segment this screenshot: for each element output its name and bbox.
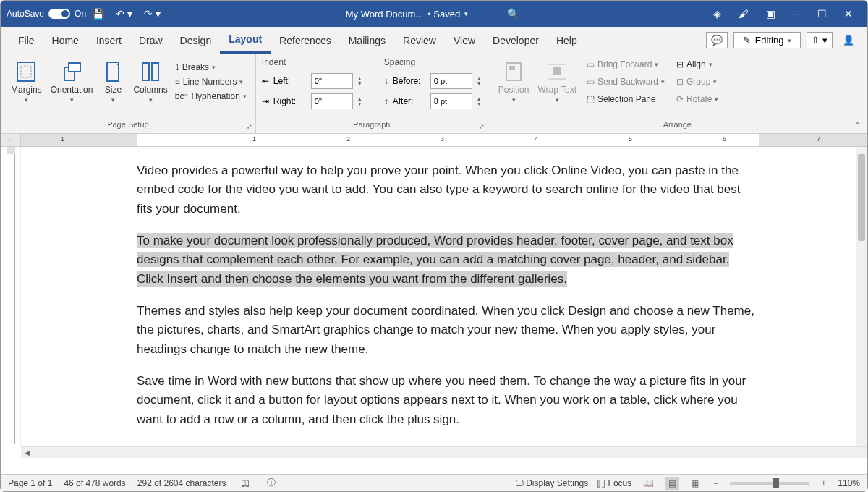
ruler-track[interactable]: 1 1 2 3 4 5 6 7: [21, 134, 867, 146]
tab-home[interactable]: Home: [43, 27, 88, 54]
app-icon[interactable]: ▣: [757, 8, 784, 20]
status-words[interactable]: 46 of 478 words: [64, 478, 125, 488]
paragraph-2-selected[interactable]: To make your document look professionall…: [137, 233, 733, 287]
orientation-icon: [60, 60, 83, 83]
tab-draw[interactable]: Draw: [130, 27, 171, 54]
svg-rect-7: [506, 63, 521, 80]
group-button[interactable]: ⊡Group ▾: [675, 75, 720, 88]
tab-design[interactable]: Design: [171, 27, 221, 54]
hyphenation-button[interactable]: bc⁻Hyphenation▾: [172, 90, 250, 103]
zoom-level[interactable]: 110%: [838, 478, 860, 488]
vertical-scrollbar[interactable]: [856, 147, 867, 446]
save-icon[interactable]: 💾: [86, 8, 110, 20]
autosave-toggle[interactable]: AutoSave On: [7, 9, 86, 19]
focus-button[interactable]: ⟦⟧ Focus: [597, 478, 631, 488]
share-button[interactable]: ⇧ ▾: [807, 32, 833, 48]
undo-icon[interactable]: ↶ ▾: [110, 8, 138, 20]
title-chevron-icon[interactable]: ▾: [464, 10, 468, 17]
svg-rect-8: [509, 66, 515, 70]
tab-developer[interactable]: Developer: [484, 27, 548, 54]
zoom-out-icon[interactable]: −: [710, 478, 721, 488]
spacing-before-input[interactable]: [430, 73, 472, 89]
spinner[interactable]: ▲▼: [477, 96, 482, 106]
read-mode-icon[interactable]: 📖: [640, 478, 657, 488]
diamond-icon[interactable]: ◈: [705, 8, 730, 20]
web-layout-icon[interactable]: ▦: [688, 478, 702, 488]
maximize-icon[interactable]: ☐: [809, 8, 835, 20]
status-accessibility-icon[interactable]: ⓘ: [264, 477, 278, 489]
spinner[interactable]: ▲▼: [477, 76, 482, 86]
doc-title: My Word Docum...: [346, 9, 423, 20]
brush-icon[interactable]: 🖌: [730, 8, 757, 20]
tab-help[interactable]: Help: [548, 27, 586, 54]
zoom-slider[interactable]: [730, 482, 809, 485]
horizontal-ruler[interactable]: ⌐ 1 1 2 3 4 5 6 7: [1, 134, 867, 147]
align-button[interactable]: ⊟Align ▾: [675, 58, 720, 71]
spacing-after-input[interactable]: [430, 93, 472, 109]
horizontal-scrollbar[interactable]: ◀ ▶: [21, 446, 868, 458]
ruler-corner[interactable]: ⌐: [1, 134, 21, 146]
account-icon[interactable]: 👤: [838, 35, 859, 46]
tab-layout[interactable]: Layout: [220, 27, 271, 54]
tab-view[interactable]: View: [445, 27, 484, 54]
paragraph-3[interactable]: Themes and styles also help keep your do…: [137, 302, 759, 359]
position-icon: [502, 60, 525, 83]
size-button[interactable]: Size▾: [97, 57, 129, 106]
bring-forward-button[interactable]: ▭Bring Forward ▾: [585, 58, 666, 71]
scroll-left-icon[interactable]: ◀: [21, 449, 33, 457]
tab-references[interactable]: References: [271, 27, 340, 54]
wrap-text-button[interactable]: Wrap Text▾: [533, 57, 581, 106]
indent-left-input[interactable]: [311, 73, 353, 89]
paragraph-launcher[interactable]: ⤢: [479, 123, 485, 130]
send-backward-icon: ▭: [587, 77, 595, 87]
redo-icon[interactable]: ↷ ▾: [138, 8, 166, 20]
minimize-icon[interactable]: ─: [784, 8, 809, 20]
indent-left-icon: ⇤: [262, 76, 269, 86]
paragraph-4[interactable]: Save time in Word with new buttons that …: [137, 372, 759, 429]
status-proofing-icon[interactable]: 🕮: [238, 478, 252, 488]
selection-pane-icon: ⬚: [587, 94, 595, 104]
spinner[interactable]: ▲▼: [357, 76, 362, 86]
editing-mode-button[interactable]: ✎ Editing ▾: [733, 32, 801, 48]
selection-pane-button[interactable]: ⬚Selection Pane: [585, 93, 666, 106]
tab-review[interactable]: Review: [394, 27, 445, 54]
columns-button[interactable]: Columns▾: [129, 57, 171, 106]
position-button[interactable]: Position▾: [494, 57, 534, 106]
indent-right-input[interactable]: [311, 93, 353, 109]
paragraph-1[interactable]: Video provides a powerful way to help yo…: [137, 161, 759, 219]
line-numbers-button[interactable]: ≡Line Numbers▾: [172, 75, 250, 88]
close-icon[interactable]: ✕: [835, 8, 861, 20]
orientation-button[interactable]: Orientation▾: [46, 57, 98, 106]
spacing-heading: Spacing: [384, 57, 482, 67]
tab-mailings[interactable]: Mailings: [340, 27, 394, 54]
arrange-label: Arrange: [494, 120, 861, 130]
page-setup-launcher[interactable]: ⤢: [247, 123, 252, 130]
margins-button[interactable]: Margins▾: [7, 57, 46, 106]
svg-rect-6: [152, 63, 158, 80]
titlebar: AutoSave On 💾 ↶ ▾ ↷ ▾ My Word Docum... •…: [1, 1, 867, 27]
rotate-button[interactable]: ⟳Rotate ▾: [675, 93, 720, 106]
tab-file[interactable]: File: [9, 27, 43, 54]
scrollbar-thumb[interactable]: [858, 154, 865, 241]
zoom-in-icon[interactable]: +: [818, 478, 829, 488]
hyphenation-icon: bc⁻: [175, 91, 189, 101]
status-page[interactable]: Page 1 of 1: [8, 478, 52, 488]
save-state: • Saved: [427, 9, 460, 20]
search-icon[interactable]: 🔍: [501, 8, 525, 20]
zoom-thumb[interactable]: [773, 478, 779, 488]
margins-icon: [14, 60, 38, 83]
toggle-switch[interactable]: [48, 9, 70, 19]
editing-label: Editing: [755, 35, 784, 46]
send-backward-button[interactable]: ▭Send Backward ▾: [585, 75, 666, 88]
breaks-button[interactable]: ⤵Breaks▾: [172, 61, 250, 74]
tab-insert[interactable]: Insert: [88, 27, 130, 54]
vertical-ruler[interactable]: [1, 147, 21, 446]
print-layout-icon[interactable]: ▤: [665, 477, 679, 490]
display-settings-button[interactable]: 🖵 Display Settings: [515, 478, 588, 488]
comments-button[interactable]: 💬: [706, 32, 728, 48]
collapse-ribbon-icon[interactable]: ⌃: [854, 121, 861, 130]
indent-heading: Indent: [262, 57, 362, 67]
document-page[interactable]: Video provides a powerful way to help yo…: [21, 147, 867, 446]
spinner[interactable]: ▲▼: [357, 96, 362, 106]
status-chars[interactable]: 292 of 2604 characters: [137, 478, 226, 488]
